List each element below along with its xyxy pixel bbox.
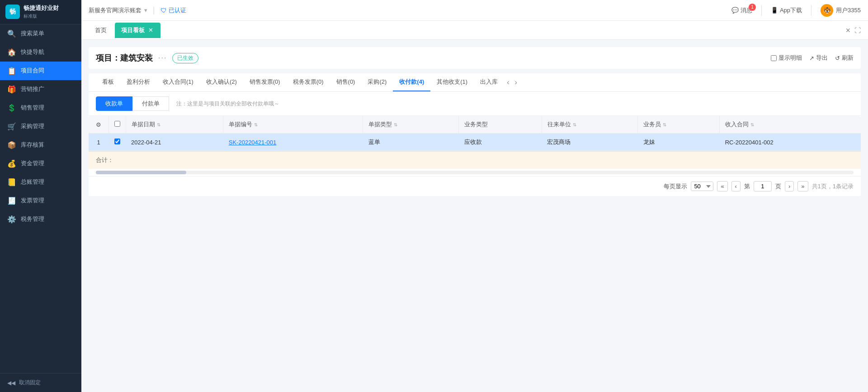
maximize-icon[interactable]: ⛶	[854, 27, 861, 34]
show-detail-checkbox[interactable]: 显示明细	[771, 54, 802, 62]
th-date[interactable]: 单据日期 ⇅	[126, 116, 223, 134]
unpin-label: 取消固定	[19, 379, 41, 387]
tab-close-button[interactable]: ✕	[147, 27, 154, 33]
sub-nav-purchase[interactable]: 采购(2)	[361, 73, 393, 91]
th-settings[interactable]: ⚙	[89, 116, 108, 134]
th-income-contract[interactable]: 收入合同 ⇅	[720, 116, 861, 134]
sales-icon: 💲	[7, 104, 16, 112]
payment-toggle-button[interactable]: 付款单	[132, 96, 169, 111]
cell-seq: 1	[89, 134, 108, 151]
sub-nav-prev-arrow[interactable]: ‹	[504, 75, 512, 90]
sidebar-item-label: 总账管理	[21, 178, 44, 186]
sidebar: 畅 畅捷通好业财 标准版 🔍 搜索菜单 🏠 快捷导航 📋 项目合同 🎁 营销推广…	[0, 0, 81, 392]
th-type[interactable]: 单据类型 ⇅	[363, 116, 459, 134]
sidebar-item-inventory[interactable]: 📦 库存核算	[0, 136, 81, 154]
export-button[interactable]: ↗ 导出	[809, 54, 828, 62]
sub-nav-income-confirm[interactable]: 收入确认(2)	[200, 73, 243, 91]
user-button[interactable]: 🐯 用户3355	[821, 4, 861, 17]
topbar-project[interactable]: 新服务官网演示账套 ▾	[89, 6, 147, 14]
ledger-icon: 📒	[7, 178, 16, 186]
tax-icon: ⚙️	[7, 215, 16, 224]
scrollbar-track[interactable]	[96, 171, 854, 174]
sidebar-header: 畅 畅捷通好业财 标准版	[0, 0, 81, 24]
project-status-badge: 已生效	[172, 53, 198, 63]
contract-icon: 📋	[7, 67, 16, 75]
sidebar-item-invoice[interactable]: 🧾 发票管理	[0, 191, 81, 210]
receipt-toggle-button[interactable]: 收款单	[96, 96, 132, 111]
messages-badge: 1	[749, 4, 756, 11]
sub-nav-other-income[interactable]: 其他收支(1)	[430, 73, 474, 91]
page-size-select[interactable]: 50 20 100	[691, 182, 713, 191]
sidebar-item-contract[interactable]: 📋 项目合同	[0, 62, 81, 80]
sub-nav: 看板 盈利分析 收入合同(1) 收入确认(2) 销售发票(0) 税务发票(0)	[89, 73, 861, 92]
sort-type-icon: ⇅	[394, 122, 397, 127]
sidebar-item-marketing[interactable]: 🎁 营销推广	[0, 80, 81, 99]
sidebar-item-search[interactable]: 🔍 搜索菜单	[0, 24, 81, 43]
page-number-input[interactable]	[754, 181, 772, 191]
sub-nav-receipt[interactable]: 收付款(4)	[393, 73, 430, 91]
messages-button[interactable]: 💬 消息 1	[731, 6, 752, 14]
topbar-sep1	[761, 5, 762, 16]
app-download-button[interactable]: 📱 App下载	[771, 6, 802, 14]
scrollbar-thumb[interactable]	[96, 171, 186, 174]
avatar: 🐯	[821, 4, 833, 17]
tab-home[interactable]: 首页	[89, 23, 113, 38]
project-more-button[interactable]: ···	[158, 54, 167, 62]
sidebar-item-label: 快捷导航	[21, 48, 44, 56]
sidebar-item-sales[interactable]: 💲 销售管理	[0, 99, 81, 117]
project-header: 项目：建筑安装 ··· 已生效 显示明细 ↗ 导出 ↺ 刷新	[89, 47, 861, 69]
sub-nav-sales[interactable]: 销售(0)	[330, 73, 362, 91]
sub-nav-kanban[interactable]: 看板	[96, 73, 120, 91]
next-page-button[interactable]: ›	[785, 181, 794, 191]
last-page-button[interactable]: »	[797, 181, 808, 191]
cell-checkbox[interactable]	[108, 134, 126, 151]
cell-income-contract: RC-20220401-002	[720, 134, 861, 151]
cell-number[interactable]: SK-20220421-001	[223, 134, 363, 151]
export-icon: ↗	[809, 55, 814, 62]
cell-date: 2022-04-21	[126, 134, 223, 151]
th-salesperson[interactable]: 业务员 ⇅	[638, 116, 720, 134]
tab-kanban[interactable]: 项目看板 ✕	[115, 23, 160, 38]
settings-icon[interactable]: ⚙	[96, 121, 101, 128]
table-row[interactable]: 1 2022-04-21 SK-20220421-001	[89, 134, 861, 151]
scrollbar-area	[89, 169, 861, 176]
refresh-button[interactable]: ↺ 刷新	[835, 54, 854, 62]
sidebar-item-ledger[interactable]: 📒 总账管理	[0, 173, 81, 191]
sub-nav-profit[interactable]: 盈利分析	[120, 73, 156, 91]
cert-label: 已认证	[169, 6, 186, 14]
th-number[interactable]: 单据编号 ⇅	[223, 116, 363, 134]
sidebar-item-label: 税务管理	[21, 215, 44, 223]
sidebar-item-tax[interactable]: ⚙️ 税务管理	[0, 210, 81, 229]
sidebar-item-quick[interactable]: 🏠 快捷导航	[0, 43, 81, 62]
sub-nav-tax-invoice[interactable]: 税务发票(0)	[287, 73, 330, 91]
sidebar-item-label: 营销推广	[21, 85, 44, 93]
sidebar-item-purchase[interactable]: 🛒 采购管理	[0, 117, 81, 136]
th-checkbox[interactable]	[108, 116, 126, 134]
summary-row: 合计：	[89, 151, 861, 169]
show-detail-input[interactable]	[771, 55, 777, 61]
first-page-button[interactable]: «	[717, 181, 727, 191]
select-all-checkbox[interactable]	[114, 121, 120, 127]
row-checkbox[interactable]	[114, 139, 120, 144]
sort-number-icon: ⇅	[254, 122, 258, 127]
sub-nav-income-contract[interactable]: 收入合同(1)	[156, 73, 200, 91]
per-page-label: 每页显示	[664, 182, 687, 191]
sub-nav-warehouse[interactable]: 出入库	[474, 73, 504, 91]
page-suffix: 页	[775, 182, 781, 191]
doc-number-link[interactable]: SK-20220421-001	[229, 139, 277, 146]
tabbar: 首页 项目看板 ✕ ✕ ⛶	[81, 21, 868, 40]
close-icon[interactable]: ✕	[845, 27, 851, 34]
cell-type: 蓝单	[363, 134, 459, 151]
sidebar-unpin[interactable]: ◀◀ 取消固定	[0, 373, 81, 392]
data-table: ⚙ 单据日期 ⇅	[89, 116, 861, 151]
tab-kanban-label: 项目看板	[121, 26, 145, 34]
app-logo: 畅	[5, 5, 20, 19]
app-title: 畅捷通好业财	[24, 5, 59, 12]
project-prefix: 项目：建筑安装	[96, 53, 153, 63]
sub-nav-sales-invoice[interactable]: 销售发票(0)	[243, 73, 287, 91]
sidebar-item-capital[interactable]: 💰 资金管理	[0, 154, 81, 173]
sub-nav-next-arrow[interactable]: ›	[512, 75, 519, 90]
sidebar-nav: 🔍 搜索菜单 🏠 快捷导航 📋 项目合同 🎁 营销推广 💲 销售管理 🛒 采购管…	[0, 24, 81, 373]
prev-page-button[interactable]: ‹	[731, 181, 741, 191]
th-partner[interactable]: 往来单位 ⇅	[542, 116, 637, 134]
